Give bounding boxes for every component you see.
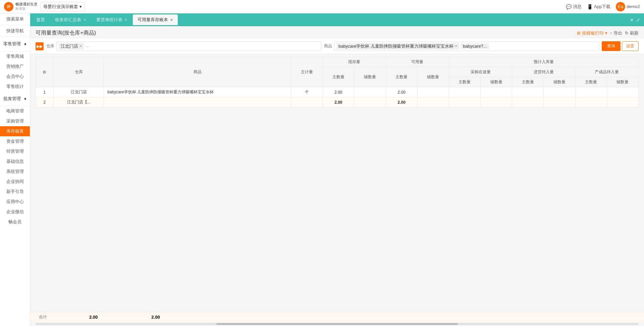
col-product-sub: 辅数量 <box>607 77 638 87</box>
sidebar-item-purchase-mgmt[interactable]: 采购管理 <box>0 116 30 126</box>
filter-more-dots[interactable]: ··· <box>86 44 89 49</box>
filter-actions: 查询 设置 <box>602 41 639 51</box>
sidebar-section-wholesale: 批发管理 <box>0 92 30 106</box>
tab-expand-icon[interactable]: ⤢ <box>636 17 640 22</box>
top-bar: 好 畅捷通好生意 标准版 母婴行业演示账套 消息 App下载 Ea demo2 <box>0 0 644 13</box>
row-2-current-sub <box>354 97 386 107</box>
sidebar-item-wholesale-mgmt[interactable]: 批发管理 <box>0 94 30 104</box>
row-2-inbound-sub <box>544 97 575 107</box>
sidebar-item-enterprise-wechat[interactable]: 企业微信 <box>0 207 30 217</box>
sidebar-item-sys-mgmt[interactable]: 系统管理 <box>0 167 30 177</box>
export-label: 导出 <box>613 30 622 36</box>
row-2-available-main: 2.00 <box>386 97 417 107</box>
app-download-button[interactable]: App下载 <box>587 4 610 10</box>
sidebar-item-app-center[interactable]: 应用中心 <box>0 197 30 207</box>
logo-area: 好 畅捷通好生意 标准版 <box>4 2 38 11</box>
industry-select[interactable]: 母婴行业演示账套 <box>40 2 85 11</box>
user-initial: Ea <box>618 4 623 9</box>
sidebar-search[interactable]: 搜索菜单 <box>0 13 30 25</box>
sidebar-item-retail-stats[interactable]: 零售统计 <box>0 82 30 92</box>
col-product-pending-header: 产成品待入量 <box>575 67 638 77</box>
tab-receipt-summary[interactable]: 收发存汇总表 ✕ <box>50 14 91 25</box>
tab-close-all-icon[interactable]: ✕ <box>630 17 634 22</box>
message-icon <box>566 4 572 9</box>
msg-button[interactable]: 消息 <box>566 4 582 10</box>
col-settings-icon[interactable]: ⚙ <box>36 57 54 87</box>
sidebar-item-finance-mgmt[interactable]: 资金管理 <box>0 136 30 146</box>
sidebar-item-marketing[interactable]: 营销推广 <box>0 61 30 72</box>
chevron-down-icon <box>24 42 26 47</box>
tab-close-available-inventory[interactable]: ✕ <box>170 18 173 22</box>
logo-text-block: 畅捷通好生意 标准版 <box>15 2 38 11</box>
row-1-product: babycare学饮杯 儿童防摔防撞吸管杯重力球吸嘴杯宝宝水杯 <box>104 87 291 97</box>
msg-label: 消息 <box>573 4 582 10</box>
export-button[interactable]: 导出 <box>610 30 623 36</box>
top-bar-left: 好 畅捷通好生意 标准版 母婴行业演示账套 <box>4 2 85 11</box>
sidebar-item-vip-member[interactable]: 畅会员 <box>0 217 30 227</box>
row-2-current-main: 2.00 <box>323 97 354 107</box>
sidebar-item-ecommerce-mgmt[interactable]: 电商管理 <box>0 106 30 116</box>
col-inbound-sub: 辅数量 <box>544 77 575 87</box>
sidebar-item-member-center[interactable]: 会员中心 <box>0 72 30 82</box>
quick-nav-label: 快捷导航 <box>6 28 24 33</box>
product-tag-1-close[interactable]: ✕ <box>454 44 458 48</box>
sidebar-item-ops-mgmt[interactable]: 经营管理 <box>0 146 30 156</box>
warehouse-tag-value: 江北门店 <box>61 43 78 49</box>
footer-total-label: 合计 <box>36 314 89 320</box>
col-warehouse-header: 仓库 <box>53 57 104 87</box>
warehouse-filter-tags[interactable]: 江北门店 ✕ ··· <box>56 42 321 51</box>
product-filter-tags[interactable]: babycare学饮杯 儿童防摔防撞吸管杯重力球吸嘴杯宝宝水杯 ✕ babyca… <box>334 42 599 51</box>
tab-close-receipt-summary[interactable]: ✕ <box>83 18 86 22</box>
row-1-available-sub <box>417 87 449 97</box>
row-1-purchase-sub <box>481 87 512 97</box>
sidebar-item-basic-info[interactable]: 基础信息 <box>0 156 30 167</box>
tab-home[interactable]: 首页 <box>32 14 50 25</box>
tab-close-order-stats[interactable]: ✕ <box>124 18 127 22</box>
row-1-current-sub <box>354 87 386 97</box>
filter-toggle-button[interactable]: ▶▶ <box>36 42 44 50</box>
filter-bar: ▶▶ 仓库 江北门店 ✕ ··· 商品 babycare学饮杯 儿童防摔防撞吸管… <box>30 39 644 54</box>
col-purchase-sub: 辅数量 <box>481 77 512 87</box>
industry-label: 母婴行业演示账套 <box>43 4 78 10</box>
col-planned-inbound-header: 预计入库量 <box>449 57 638 67</box>
logo-icon: 好 <box>4 2 13 11</box>
refresh-label: 刷新 <box>630 30 639 36</box>
settings-button[interactable]: 设置 <box>622 41 639 51</box>
warehouse-tag-close[interactable]: ✕ <box>79 44 82 48</box>
sidebar-quick-nav[interactable]: 快捷导航 <box>0 25 30 37</box>
sidebar-item-enterprise-collab[interactable]: 企业协同 <box>0 177 30 187</box>
scrollbar-thumb <box>216 323 458 325</box>
page-header: 可用量查询(按仓库+商品) 按模板打印 导出 刷新 <box>30 26 644 39</box>
sidebar-item-retail-mall[interactable]: 零售商城 <box>0 51 30 61</box>
main-layout: 搜索菜单 快捷导航 零售管理 零售商城 营销推广 会员中心 零售统计 批发管理 <box>0 13 644 326</box>
template-print-label: 按模板打印 <box>582 30 604 36</box>
tab-order-stats[interactable]: 要货单统计表 ✕ <box>92 14 132 25</box>
product-tag-2: babycare?... <box>461 43 489 49</box>
tab-available-inventory[interactable]: 可用量库存账本 ✕ <box>133 14 178 25</box>
horizontal-scrollbar[interactable] <box>36 323 639 325</box>
row-2-available-sub <box>417 97 449 107</box>
refresh-button[interactable]: 刷新 <box>625 30 639 36</box>
sidebar-item-new-guide[interactable]: 新手引导 <box>0 187 30 197</box>
sidebar-item-inventory-check[interactable]: 库存核算 <box>0 126 30 136</box>
col-inbound-pending-header: 进货待入量 <box>512 67 575 77</box>
query-button[interactable]: 查询 <box>602 41 621 51</box>
row-2-product-sub <box>607 97 638 107</box>
product-tag-1: babycare学饮杯 儿童防摔防撞吸管杯重力球吸嘴杯宝宝水杯 ✕ <box>336 43 460 50</box>
table-row: 2 江北门店【... 2.00 2.00 <box>36 97 639 107</box>
content-area: 首页 收发存汇总表 ✕ 要货单统计表 ✕ 可用量库存账本 ✕ ✕ ⤢ 可用量查询… <box>30 13 644 326</box>
col-product-header: 商品 <box>104 57 291 87</box>
footer-current-main: 2.00 <box>89 315 98 320</box>
user-menu[interactable]: Ea demo2 <box>616 2 640 11</box>
sidebar-item-retail-mgmt[interactable]: 零售管理 <box>0 39 30 49</box>
table-footer: 合计 2.00 2.00 <box>30 312 644 322</box>
col-available-main-qty: 主数量 <box>386 67 417 87</box>
template-print-button[interactable]: 按模板打印 <box>577 30 607 36</box>
warehouse-tag: 江北门店 ✕ <box>59 43 84 50</box>
chevron-down-icon <box>24 96 26 101</box>
sidebar: 搜索菜单 快捷导航 零售管理 零售商城 营销推广 会员中心 零售统计 批发管理 <box>0 13 30 326</box>
print-icon <box>577 31 581 36</box>
footer-values: 2.00 2.00 <box>89 315 639 320</box>
row-1-product-sub <box>607 87 638 97</box>
row-1-unit: 个 <box>291 87 323 97</box>
